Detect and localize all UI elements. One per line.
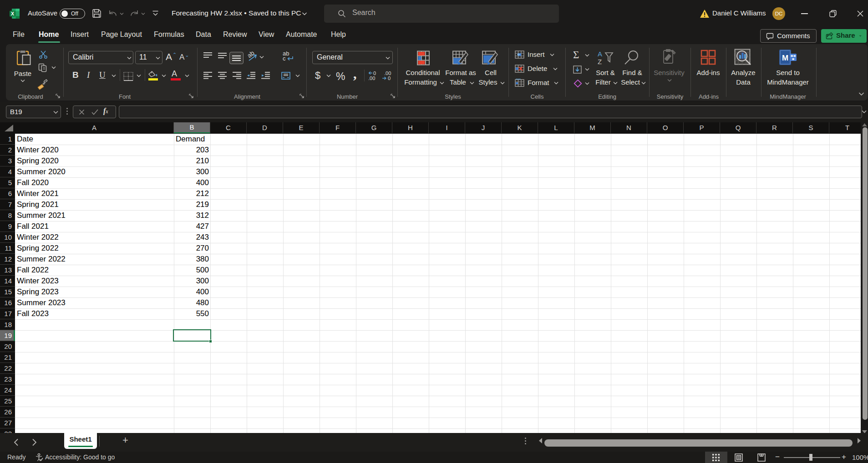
svg-text:.00: .00 [384, 70, 391, 76]
svg-text:M: M [782, 54, 788, 62]
svg-text:0: 0 [373, 70, 376, 76]
svg-text:A: A [598, 50, 602, 58]
svg-text:X: X [11, 11, 14, 16]
svg-text:0: 0 [388, 75, 391, 81]
svg-text:.00: .00 [368, 75, 375, 81]
svg-text:Z: Z [598, 58, 602, 65]
